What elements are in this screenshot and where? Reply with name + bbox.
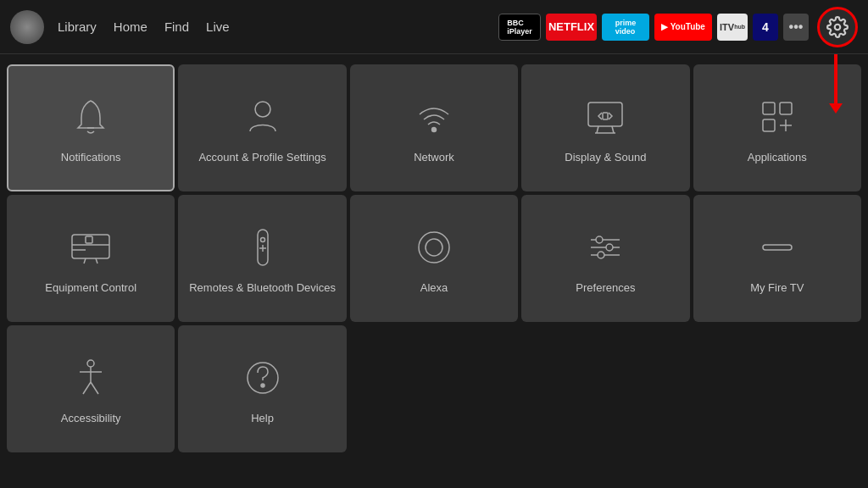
grid-item-account[interactable]: Account & Profile Settings bbox=[178, 64, 346, 191]
grid-item-preferences[interactable]: Preferences bbox=[521, 195, 689, 322]
svg-point-3 bbox=[431, 127, 436, 131]
applications-icon-area bbox=[752, 92, 803, 142]
svg-point-30 bbox=[606, 244, 613, 251]
account-icon-area bbox=[237, 92, 288, 142]
tv-icon bbox=[69, 226, 113, 269]
header: Library Home Find Live BBCiPlayer NETFLI… bbox=[0, 0, 868, 54]
nav-find[interactable]: Find bbox=[164, 19, 189, 34]
alexa-icon-area bbox=[409, 222, 459, 273]
svg-rect-10 bbox=[780, 103, 792, 114]
notifications-icon-area bbox=[65, 92, 116, 142]
nav-library[interactable]: Library bbox=[58, 19, 97, 34]
svg-point-39 bbox=[261, 384, 264, 387]
preferences-icon-area bbox=[580, 222, 631, 273]
firetv-icon bbox=[756, 226, 798, 269]
svg-rect-8 bbox=[603, 113, 608, 119]
preferences-label: Preferences bbox=[576, 281, 635, 296]
svg-point-21 bbox=[260, 237, 264, 241]
app-prime[interactable]: primevideo bbox=[602, 14, 649, 41]
grid-item-equipment[interactable]: Equipment Control bbox=[7, 195, 175, 322]
svg-line-5 bbox=[597, 126, 598, 133]
grid-item-alexa[interactable]: Alexa bbox=[350, 195, 518, 322]
app-4[interactable]: 4 bbox=[753, 14, 778, 41]
svg-point-29 bbox=[596, 236, 603, 243]
svg-point-33 bbox=[87, 360, 94, 367]
network-label: Network bbox=[414, 151, 454, 165]
svg-point-31 bbox=[598, 252, 604, 258]
svg-point-25 bbox=[426, 239, 442, 256]
my-fire-tv-icon-area bbox=[752, 222, 803, 273]
wifi-icon bbox=[413, 96, 455, 138]
streaming-apps: BBCiPlayer NETFLIX primevideo ▶ YouTube … bbox=[498, 14, 809, 41]
remote-icon bbox=[242, 226, 284, 269]
svg-point-24 bbox=[419, 232, 449, 263]
network-icon-area bbox=[409, 92, 459, 142]
app-itv[interactable]: ITVhub bbox=[717, 14, 748, 41]
svg-line-19 bbox=[96, 258, 97, 263]
grid-item-remotes[interactable]: Remotes & Bluetooth Devices bbox=[178, 195, 346, 322]
grid-item-display-sound[interactable]: Display & Sound bbox=[521, 64, 689, 191]
svg-point-0 bbox=[835, 24, 841, 30]
equipment-icon-area bbox=[65, 222, 116, 273]
person-icon bbox=[242, 96, 284, 138]
grid-item-my-fire-tv[interactable]: My Fire TV bbox=[693, 195, 861, 322]
remotes-icon-area bbox=[237, 222, 288, 273]
gear-icon bbox=[826, 16, 849, 38]
equipment-label: Equipment Control bbox=[45, 281, 136, 296]
arrow-indicator bbox=[834, 54, 837, 105]
help-icon bbox=[242, 357, 284, 399]
alexa-icon bbox=[413, 226, 455, 269]
app-youtube[interactable]: ▶ YouTube bbox=[654, 14, 712, 41]
apps-icon bbox=[756, 96, 798, 138]
help-icon-area bbox=[237, 352, 288, 403]
help-label: Help bbox=[251, 412, 274, 426]
applications-label: Applications bbox=[748, 151, 807, 165]
app-more[interactable]: ••• bbox=[783, 14, 809, 41]
svg-point-2 bbox=[255, 102, 270, 117]
nav-items: Library Home Find Live bbox=[58, 19, 230, 34]
svg-rect-17 bbox=[86, 236, 92, 243]
account-label: Account & Profile Settings bbox=[198, 151, 326, 165]
alexa-label: Alexa bbox=[420, 281, 448, 296]
settings-grid: Notifications Account & Profile Settings… bbox=[0, 58, 868, 459]
svg-line-18 bbox=[84, 258, 86, 263]
settings-button[interactable] bbox=[817, 7, 858, 47]
app-bbc[interactable]: BBCiPlayer bbox=[498, 14, 541, 41]
svg-rect-11 bbox=[763, 119, 775, 131]
my-fire-tv-label: My Fire TV bbox=[750, 281, 804, 296]
bell-icon bbox=[70, 96, 112, 138]
accessibility-icon-area bbox=[65, 352, 116, 403]
nav-live[interactable]: Live bbox=[206, 19, 230, 34]
svg-rect-14 bbox=[72, 235, 109, 258]
grid-item-notifications[interactable]: Notifications bbox=[7, 64, 175, 191]
display-icon-area bbox=[580, 92, 631, 142]
grid-item-accessibility[interactable]: Accessibility bbox=[7, 325, 175, 452]
accessibility-label: Accessibility bbox=[61, 412, 121, 426]
remotes-label: Remotes & Bluetooth Devices bbox=[189, 281, 336, 296]
svg-line-6 bbox=[612, 126, 614, 133]
app-netflix[interactable]: NETFLIX bbox=[546, 14, 597, 41]
svg-rect-32 bbox=[763, 245, 792, 250]
sliders-icon bbox=[584, 226, 626, 269]
svg-line-36 bbox=[83, 382, 91, 394]
display-sound-label: Display & Sound bbox=[565, 151, 646, 165]
grid-item-network[interactable]: Network bbox=[350, 64, 518, 191]
svg-rect-9 bbox=[763, 103, 775, 114]
accessibility-icon bbox=[70, 357, 112, 399]
display-icon bbox=[583, 96, 627, 138]
svg-rect-4 bbox=[588, 103, 622, 126]
nav-home[interactable]: Home bbox=[114, 19, 147, 34]
grid-item-help[interactable]: Help bbox=[178, 325, 346, 452]
avatar[interactable] bbox=[10, 10, 44, 44]
notifications-label: Notifications bbox=[61, 151, 121, 165]
svg-line-37 bbox=[91, 382, 98, 394]
